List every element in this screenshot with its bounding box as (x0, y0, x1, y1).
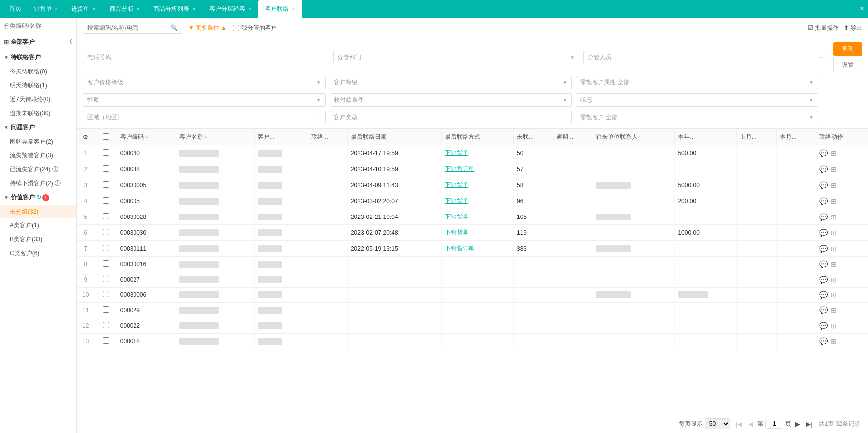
message-icon[interactable]: 💬 (819, 229, 828, 237)
my-customers-check[interactable] (233, 25, 239, 31)
last-method-link[interactable]: 下销售订单 (445, 245, 474, 252)
message-icon[interactable]: 💬 (819, 245, 828, 253)
last-method-link[interactable]: 下销货单 (445, 149, 468, 156)
message-icon[interactable]: 💬 (819, 149, 828, 157)
close-purchase-tab[interactable]: × (92, 6, 95, 12)
next-page-button[interactable]: ▶ (793, 419, 802, 429)
grid-action-icon[interactable]: ⊞ (831, 337, 837, 345)
row-checkbox[interactable] (103, 291, 109, 297)
sidebar-item-class-c[interactable]: C类客户(6) (0, 246, 76, 260)
grid-action-icon[interactable]: ⊞ (831, 322, 837, 330)
close-customer-contact-tab[interactable]: × (292, 6, 295, 12)
sidebar-item-churn-warning[interactable]: 流失预警客户(3) (0, 148, 76, 162)
batch-operation-button[interactable]: ☑ 批量操作 (808, 24, 839, 32)
page-input[interactable] (765, 419, 783, 429)
last-method-link[interactable]: 下销售订单 (445, 165, 474, 172)
nav-tab-sales[interactable]: 销售单 × (27, 0, 65, 18)
nav-tab-customer-segment[interactable]: 客户分层经客 × (202, 0, 258, 18)
grid-action-icon[interactable]: ⊞ (831, 197, 837, 205)
message-icon[interactable]: 💬 (819, 165, 828, 173)
message-icon[interactable]: 💬 (819, 181, 828, 189)
customer-level-field[interactable]: 客户等级 ▼ (330, 76, 572, 89)
nav-home[interactable]: 首页 (4, 0, 27, 18)
dept-field[interactable]: 分管部门 ▼ (333, 51, 579, 64)
more-conditions-button[interactable]: ▼ 更多条件 ▲ (188, 24, 227, 32)
last-method-link[interactable]: 下销货单 (445, 197, 468, 204)
per-page-select[interactable]: 50 100 200 (705, 418, 730, 429)
row-checkbox[interactable] (103, 149, 109, 156)
sidebar-group-value[interactable]: ▼ 价值客户 ↻ ! (0, 190, 76, 205)
close-sales-tab[interactable]: × (55, 6, 58, 12)
message-icon[interactable]: 💬 (819, 306, 828, 314)
query-button[interactable]: 查询 (833, 42, 862, 56)
code-sort-icon[interactable]: ⇅ (145, 135, 148, 139)
grid-action-icon[interactable]: ⊞ (831, 260, 837, 268)
sidebar-item-tomorrow-pending[interactable]: 明天待联络(1) (0, 78, 76, 92)
row-checkbox[interactable] (103, 306, 109, 313)
nav-tab-purchase[interactable]: 进货单 × (65, 0, 102, 18)
first-page-button[interactable]: |◀ (734, 419, 744, 429)
sidebar-search-input[interactable] (4, 22, 77, 29)
grid-action-icon[interactable]: ⊞ (831, 306, 837, 314)
export-button[interactable]: ⬆ 导出 (844, 24, 862, 32)
row-checkbox[interactable] (103, 322, 109, 328)
sidebar-item-ungroup[interactable]: 未分组(32) (0, 205, 76, 218)
nature-field[interactable]: 性质 ▼ (83, 93, 326, 107)
sidebar-item-7day-pending[interactable]: 近7天待联络(0) (0, 92, 76, 106)
gear-icon[interactable]: ⚙ (83, 134, 88, 141)
row-checkbox[interactable] (103, 260, 109, 267)
row-checkbox[interactable] (103, 276, 109, 282)
row-checkbox[interactable] (103, 165, 109, 172)
row-checkbox[interactable] (103, 337, 109, 344)
last-method-link[interactable]: 下销货单 (445, 229, 468, 236)
person-dots-icon[interactable]: ··· (820, 54, 825, 61)
last-method-link[interactable]: 下销货单 (445, 213, 468, 220)
message-icon[interactable]: 💬 (819, 213, 828, 221)
close-product-analysis-tab[interactable]: × (136, 6, 139, 12)
collapse-button[interactable]: 《 (67, 38, 72, 46)
sidebar-group-problem[interactable]: ▼ 问题客户 (0, 120, 76, 135)
sidebar-item-overdue-pending[interactable]: 逾期未联络(30) (0, 106, 76, 120)
message-icon[interactable]: 💬 (819, 291, 828, 299)
retail-field[interactable]: 零散客户 全部 ▼ (576, 111, 818, 124)
sidebar-item-declining[interactable]: 持续下滑客户(2) ⓘ (0, 176, 76, 190)
select-all-checkbox[interactable] (103, 133, 109, 140)
close-customer-segment-tab[interactable]: × (248, 6, 251, 12)
message-icon[interactable]: 💬 (819, 197, 828, 205)
status-field[interactable]: 状态 ▼ (576, 93, 818, 107)
sidebar-item-churned[interactable]: 已流失客户(24) ⓘ (0, 162, 76, 176)
sidebar-group-pending[interactable]: ▼ 待联络客户 (0, 50, 76, 65)
message-icon[interactable]: 💬 (819, 337, 828, 345)
refresh-icon[interactable]: ↻ (37, 194, 41, 201)
sidebar-item-class-b[interactable]: B类客户(33) (0, 232, 76, 246)
grid-action-icon[interactable]: ⊞ (831, 165, 837, 173)
grid-action-icon[interactable]: ⊞ (831, 181, 837, 189)
last-method-link[interactable]: 下销货单 (445, 181, 468, 188)
payment-field[interactable]: 收付款条件 ▼ (330, 93, 572, 107)
last-page-button[interactable]: ▶| (804, 419, 814, 429)
price-level-field[interactable]: 客户价格等级 ▼ (83, 76, 326, 89)
grid-action-icon[interactable]: ⊞ (831, 245, 837, 253)
grid-action-icon[interactable]: ⊞ (831, 213, 837, 221)
nav-tab-product-analysis[interactable]: 商品分析 × (103, 0, 146, 18)
message-icon[interactable]: 💬 (819, 260, 828, 268)
row-checkbox[interactable] (103, 197, 109, 204)
row-checkbox[interactable] (103, 213, 109, 219)
nav-tab-customer-contact[interactable]: 客户联络 × (258, 0, 302, 18)
customer-attr-field[interactable]: 零散客户属性 全部 ▼ (576, 76, 818, 89)
message-icon[interactable]: 💬 (819, 276, 828, 284)
sidebar-all-customers[interactable]: ⊞ 全部客户 《 (0, 34, 76, 50)
message-icon[interactable]: 💬 (819, 322, 828, 330)
prev-page-button[interactable]: ◀ (746, 419, 755, 429)
row-checkbox[interactable] (103, 181, 109, 188)
sidebar-item-abnormal[interactable]: 囤购异常客户(2) (0, 135, 76, 148)
my-customers-checkbox[interactable]: 我分管的客户 (233, 24, 277, 32)
grid-action-icon[interactable]: ⊞ (831, 229, 837, 237)
nav-tab-product-list[interactable]: 商品分析列表 × (146, 0, 202, 18)
sidebar-item-today-pending[interactable]: 今天待联络(0) (0, 65, 76, 78)
region-dots-icon[interactable]: ··· (316, 114, 321, 121)
grid-action-icon[interactable]: ⊞ (831, 149, 837, 157)
grid-action-icon[interactable]: ⊞ (831, 276, 837, 284)
row-checkbox[interactable] (103, 245, 109, 251)
row-checkbox[interactable] (103, 229, 109, 235)
